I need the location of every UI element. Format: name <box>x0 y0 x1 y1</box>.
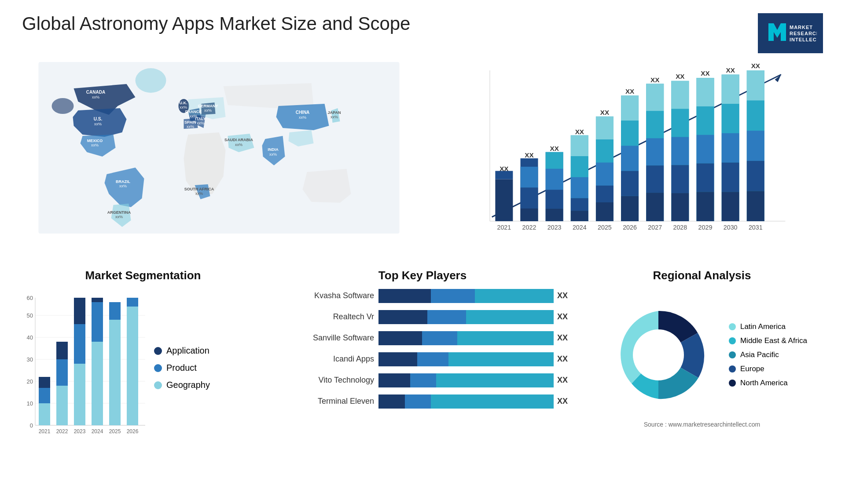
bar-seg-light <box>466 310 554 324</box>
svg-rect-62 <box>571 177 588 198</box>
svg-rect-142 <box>39 388 50 403</box>
svg-rect-57 <box>546 208 563 221</box>
regional-analysis-area: Regional Analysis <box>581 269 823 462</box>
geography-dot <box>154 381 162 389</box>
svg-text:2022: 2022 <box>522 224 536 231</box>
svg-rect-110 <box>747 100 764 131</box>
svg-rect-83 <box>646 138 664 165</box>
geography-label: Geography <box>166 380 210 390</box>
svg-rect-156 <box>127 298 138 307</box>
svg-rect-68 <box>596 139 614 162</box>
svg-text:2026: 2026 <box>127 428 139 435</box>
player-row-realtech: Realtech Vr XX <box>277 310 568 324</box>
svg-rect-99 <box>697 192 714 221</box>
segmentation-title: Market Segmentation <box>22 269 264 282</box>
svg-text:xx%: xx% <box>195 191 203 196</box>
mea-dot <box>729 337 736 344</box>
player-xx-icandi: XX <box>557 354 568 364</box>
regional-container: Latin America Middle East & Africa Asia … <box>581 289 823 428</box>
svg-rect-112 <box>747 161 764 191</box>
svg-text:XX: XX <box>650 76 660 84</box>
svg-rect-89 <box>671 109 689 137</box>
svg-rect-77 <box>621 171 639 196</box>
svg-text:2024: 2024 <box>573 224 587 231</box>
svg-rect-150 <box>92 342 103 425</box>
svg-text:2025: 2025 <box>109 428 121 435</box>
svg-rect-55 <box>546 169 563 190</box>
svg-rect-60 <box>571 135 588 156</box>
svg-text:xx%: xx% <box>269 152 277 157</box>
seg-legend-item-product: Product <box>154 363 210 373</box>
donut-legend-row: Latin America Middle East & Africa Asia … <box>597 293 807 416</box>
svg-text:2022: 2022 <box>56 428 68 435</box>
player-bar-kvasha: XX <box>378 289 568 303</box>
header: Global Astronomy Apps Market Size and Sc… <box>22 13 823 53</box>
svg-text:CHINA: CHINA <box>296 110 310 115</box>
player-bar-realtech: XX <box>378 310 568 324</box>
svg-text:30: 30 <box>27 356 33 363</box>
svg-text:xx%: xx% <box>115 215 123 219</box>
product-dot <box>154 364 162 372</box>
regional-title: Regional Analysis <box>581 269 823 282</box>
northam-dot <box>729 380 736 387</box>
svg-rect-152 <box>92 298 103 302</box>
svg-rect-76 <box>621 146 639 171</box>
svg-rect-144 <box>56 386 68 425</box>
key-players-title: Top Key Players <box>277 269 568 282</box>
key-players-area: Top Key Players Kvasha Software XX <box>277 269 568 462</box>
asiapac-dot <box>729 351 736 358</box>
bar-seg-mid <box>422 331 457 345</box>
svg-rect-104 <box>722 133 739 163</box>
svg-text:60: 60 <box>27 295 33 301</box>
source-text: Source : www.marketresearchintellect.com <box>644 421 760 428</box>
svg-text:2023: 2023 <box>547 224 562 231</box>
bar-seg-mid <box>431 289 474 303</box>
bar-seg-dark <box>378 310 427 324</box>
svg-point-163 <box>633 329 684 380</box>
svg-rect-54 <box>546 152 563 169</box>
player-row-vito: Vito Technology XX <box>277 373 568 387</box>
asiapac-label: Asia Pacific <box>740 351 779 359</box>
svg-rect-98 <box>697 163 714 192</box>
player-bar-sanville: XX <box>378 331 568 345</box>
logo-svg: MARKET RESEARCH INTELLECT <box>764 17 817 47</box>
svg-text:MEXICO: MEXICO <box>87 139 103 143</box>
svg-text:XX: XX <box>550 145 559 152</box>
svg-rect-141 <box>39 403 50 425</box>
svg-text:50: 50 <box>27 312 33 319</box>
svg-rect-56 <box>546 190 563 208</box>
player-xx-terminal: XX <box>557 397 568 406</box>
svg-rect-48 <box>521 158 538 167</box>
svg-text:SPAIN: SPAIN <box>184 120 196 124</box>
svg-text:ARGENTINA: ARGENTINA <box>107 210 131 215</box>
player-bar-segments-terminal <box>378 394 554 409</box>
svg-rect-84 <box>646 165 664 193</box>
svg-text:2024: 2024 <box>92 428 103 435</box>
svg-text:xx%: xx% <box>235 142 242 147</box>
regional-donut-chart <box>597 293 720 416</box>
svg-rect-71 <box>596 202 614 221</box>
svg-text:2031: 2031 <box>749 224 763 231</box>
player-name-icandi: Icandi Apps <box>277 354 374 364</box>
bar-seg-light <box>436 373 554 387</box>
svg-rect-111 <box>747 131 764 161</box>
player-xx-sanville: XX <box>557 333 568 343</box>
svg-rect-148 <box>74 324 85 364</box>
svg-rect-151 <box>92 298 103 342</box>
bar-seg-dark <box>378 352 417 366</box>
bar-chart-area: XX XX XX <box>429 62 823 256</box>
svg-rect-96 <box>697 106 714 135</box>
player-row-sanville: Sanville Software XX <box>277 331 568 345</box>
bar-seg-light <box>457 331 554 345</box>
player-bar-segments-sanville <box>378 331 554 345</box>
latin-dot <box>729 323 736 330</box>
players-list: Kvasha Software XX Realtech Vr <box>277 289 568 409</box>
svg-text:JAPAN: JAPAN <box>328 110 341 115</box>
svg-text:RESEARCH: RESEARCH <box>790 31 817 36</box>
svg-rect-81 <box>646 84 664 111</box>
svg-rect-78 <box>621 196 639 221</box>
bar-seg-dark <box>378 394 405 409</box>
player-bar-segments-icandi <box>378 352 554 366</box>
svg-rect-109 <box>747 70 764 101</box>
svg-text:XX: XX <box>751 62 760 69</box>
